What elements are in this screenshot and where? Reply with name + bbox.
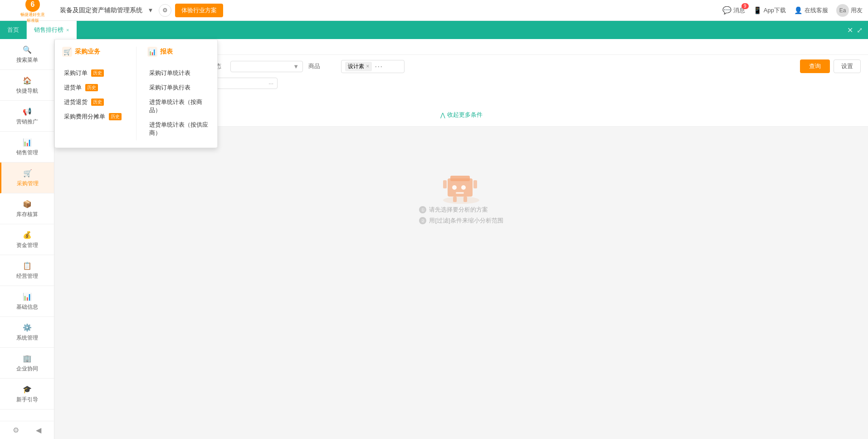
goods-stat-by-goods-label: 进货单统计表（按商品）	[149, 98, 209, 114]
purchase-order-label: 采购订单	[64, 69, 88, 77]
purchase-cost-history: 历史	[109, 113, 122, 120]
corp-icon: 🏢	[22, 353, 32, 363]
tab-sales-rank[interactable]: 销售排行榜 ×	[27, 21, 77, 39]
online-service-label: 在线客服	[805, 6, 828, 15]
svg-point-3	[452, 185, 457, 190]
top-header: 6 畅捷通好生意 标准版 装备及固定资产辅助管理系统 ▼ ⚙ 体验行业方案 💬 …	[0, 0, 868, 21]
inventory-icon: 📦	[22, 199, 32, 209]
sidebar-item-basic-info-label: 基础信息	[16, 303, 38, 311]
empty-line-2: ② 用[过滤]条件来缩小分析范围	[419, 217, 503, 225]
tab-bar: 首页 销售排行榜 × ✕ ⤢	[0, 21, 868, 39]
dropdown-item-purchase-cost[interactable]: 采购费用分摊单 历史	[62, 109, 125, 124]
sidebar: 🔍 搜索菜单 🏠 快捷导航 📢 营销推广 📊 销售管理 🛒 采购管理 📦 库存核…	[0, 39, 54, 439]
query-btn[interactable]: 查询	[800, 59, 830, 73]
marketing-icon: 📢	[22, 106, 32, 116]
logo-tagline: 畅捷通好生意	[20, 12, 45, 18]
sidebar-item-sales-label: 销售管理	[16, 149, 38, 157]
app-download-item[interactable]: 📱 App下载	[753, 6, 786, 15]
dropdown-item-goods-return[interactable]: 进货退货 历史	[62, 95, 125, 109]
sidebar-item-inventory[interactable]: 📦 库存核算	[0, 193, 54, 224]
purchase-cost-label: 采购费用分摊单	[64, 113, 105, 121]
sidebar-bottom: ⚙ ◀	[0, 421, 54, 439]
tab-close-all-btn[interactable]: ✕	[847, 26, 853, 35]
sidebar-item-search-label: 搜索菜单	[16, 56, 38, 64]
online-service-item[interactable]: 👤 在线客服	[794, 6, 828, 15]
dropdown-col2-title: 📊 报表	[147, 47, 210, 60]
system-name-area: 装备及固定资产辅助管理系统 ▼ ⚙ 体验行业方案	[60, 4, 722, 17]
dropdown-divider	[136, 47, 137, 140]
dropdown-col1-title-text: 采购业务	[75, 48, 100, 56]
empty-state-texts: ① 请先选择要分析的方案 ② 用[过滤]条件来缩小分析范围	[419, 206, 503, 225]
sidebar-settings-btn[interactable]: ⚙	[13, 426, 19, 434]
dropdown-item-purchase-stat[interactable]: 采购订单统计表	[147, 66, 210, 80]
sidebar-item-system[interactable]: ⚙️ 系统管理	[0, 317, 54, 348]
sidebar-item-newbie[interactable]: 🎓 新手引导	[0, 379, 54, 409]
user-item[interactable]: Ea 用友	[836, 4, 863, 17]
sidebar-item-inventory-label: 库存核算	[16, 211, 38, 218]
sidebar-item-operation[interactable]: 📋 经营管理	[0, 255, 54, 286]
dropdown-item-goods-stat-by-goods[interactable]: 进货单统计表（按商品）	[147, 95, 210, 118]
goods-in-history: 历史	[85, 84, 98, 91]
tab-maximize-btn[interactable]: ⤢	[857, 26, 863, 35]
sidebar-item-finance-label: 资金管理	[16, 242, 38, 249]
dropdown-item-purchase-exec[interactable]: 采购订单执行表	[147, 80, 210, 95]
logo-area: 6 畅捷通好生意 标准版	[5, 0, 60, 24]
tab-home[interactable]: 首页	[0, 21, 27, 39]
tab-close-btn[interactable]: ×	[66, 27, 69, 33]
basic-info-icon: 📊	[22, 291, 32, 301]
svg-point-4	[461, 185, 466, 190]
finance-icon: 💰	[22, 230, 32, 240]
system-dropdown-btn[interactable]: ▼	[146, 6, 155, 15]
goods-tag-remove[interactable]: ×	[366, 63, 369, 69]
svg-rect-7	[473, 180, 477, 188]
purchase-col-icon: 🛒	[62, 47, 72, 57]
sidebar-item-quick-nav[interactable]: 🏠 快捷导航	[0, 70, 54, 101]
goods-label: 商品	[308, 62, 336, 70]
sidebar-collapse-btn[interactable]: ◀	[36, 426, 41, 434]
goods-return-history: 历史	[91, 99, 104, 106]
sidebar-item-marketing[interactable]: 📢 营销推广	[0, 101, 54, 132]
dropdown-col-report: 📊 报表 采购订单统计表 采购订单执行表 进货单统计表（按商品） 进货单统计表（…	[147, 47, 210, 140]
sidebar-item-basic-info[interactable]: 📊 基础信息	[0, 286, 54, 317]
sidebar-item-corp[interactable]: 🏢 企业协同	[0, 348, 54, 379]
sidebar-item-sales[interactable]: 📊 销售管理	[0, 132, 54, 163]
tab-home-label: 首页	[7, 26, 19, 34]
dropdown-item-goods-in[interactable]: 进货单 历史	[62, 80, 125, 95]
operation-icon: 📋	[22, 261, 32, 271]
user-label: 用友	[851, 6, 863, 15]
sidebar-item-search[interactable]: 🔍 搜索菜单	[0, 39, 54, 70]
system-settings-btn[interactable]: ⚙	[159, 4, 171, 17]
dropdown-item-goods-stat-by-supplier[interactable]: 进货单统计表（按供应商）	[147, 118, 210, 140]
sidebar-item-purchase[interactable]: 🛒 采购管理	[0, 163, 54, 193]
setting-btn[interactable]: 设置	[834, 59, 861, 73]
dropdown-col1-title: 🛒 采购业务	[62, 47, 125, 60]
svg-rect-5	[456, 192, 464, 194]
salesman-dots[interactable]: ···	[268, 80, 273, 87]
dropdown-menu: 🛒 采购业务 采购订单 历史 进货单 历史 进货退货 历史 采购费用分摊单 历史…	[54, 39, 218, 148]
sidebar-item-finance[interactable]: 💰 资金管理	[0, 224, 54, 255]
sidebar-item-purchase-label: 采购管理	[17, 180, 39, 187]
sales-icon: 📊	[22, 137, 32, 147]
industry-btn[interactable]: 体验行业方案	[175, 4, 223, 17]
sidebar-item-operation-label: 经营管理	[16, 272, 38, 280]
action-buttons: 查询 设置	[800, 59, 861, 73]
notification-count: 9	[741, 3, 749, 9]
dropdown-col-purchase: 🛒 采购业务 采购订单 历史 进货单 历史 进货退货 历史 采购费用分摊单 历史	[62, 47, 125, 140]
goods-selector[interactable]: 设计素 × ···	[341, 60, 405, 73]
user-avatar: Ea	[836, 4, 849, 17]
dropdown-item-purchase-order[interactable]: 采购订单 历史	[62, 66, 125, 80]
sidebar-item-marketing-label: 营销推广	[16, 118, 38, 126]
status-select[interactable]: ▼	[230, 61, 303, 72]
svg-rect-2	[450, 176, 470, 181]
report-col-icon: 📊	[147, 47, 157, 57]
goods-stat-by-supplier-label: 进货单统计表（按供应商）	[149, 121, 209, 137]
dropdown-col2-title-text: 报表	[160, 48, 173, 56]
purchase-exec-label: 采购订单执行表	[149, 84, 190, 92]
system-name-text: 装备及固定资产辅助管理系统	[60, 6, 142, 15]
notification-item[interactable]: 💬 消息 9	[722, 6, 745, 15]
goods-more-btn[interactable]: ···	[375, 62, 383, 71]
collapse-label: 收起更多条件	[447, 111, 483, 119]
empty-bullet-2: ②	[419, 217, 426, 224]
status-select-arrow: ▼	[293, 63, 299, 70]
header-right: 💬 消息 9 📱 App下载 👤 在线客服 Ea 用友	[722, 4, 863, 17]
